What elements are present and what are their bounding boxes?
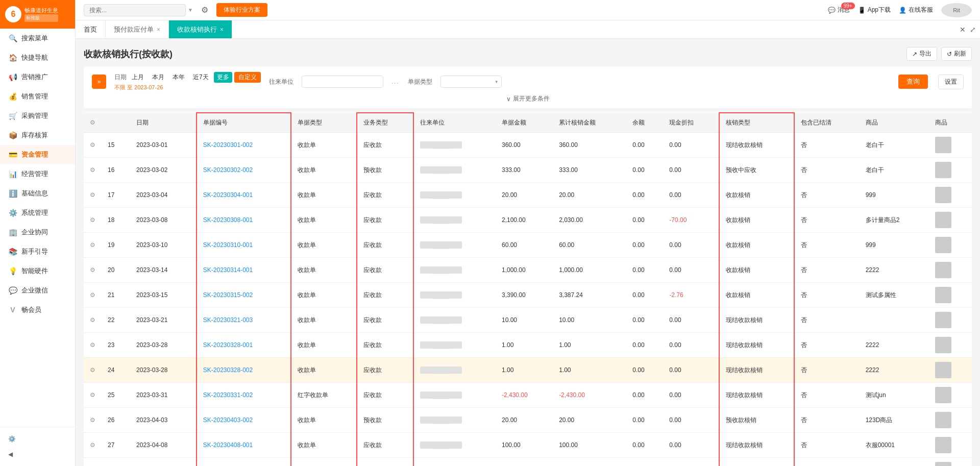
message-btn[interactable]: 💬 消息 99+: [828, 6, 850, 14]
filter-bar: » 日期 上月 本月 本年 近7天 更多 自定义 不限 至 2023-07-26…: [84, 67, 972, 108]
cell-product1: 2222: [860, 333, 929, 358]
cell-product1: 2222: [860, 358, 929, 383]
date-custom-btn[interactable]: 自定义: [234, 72, 261, 83]
solution-button[interactable]: 体验行业方案: [216, 3, 267, 17]
sidebar-item-search-menu[interactable]: 🔍 搜索菜单: [0, 29, 75, 48]
col-docamount-header[interactable]: 单据金额: [496, 113, 553, 133]
sidebar-item-quick-nav[interactable]: 🏠 快捷导航: [0, 48, 75, 67]
col-accamount-header[interactable]: 累计核销金额: [553, 113, 626, 133]
date-btn-last-month[interactable]: 上月: [129, 72, 147, 83]
doc-no-link[interactable]: SK-20230304-001: [203, 191, 253, 199]
doc-no-link[interactable]: SK-20230321-003: [203, 316, 253, 324]
sidebar-item-sales[interactable]: 💰 销售管理: [0, 87, 75, 106]
app-download-btn[interactable]: 📱 App下载: [858, 6, 891, 14]
col-cashdiscount-header[interactable]: 现金折扣: [663, 113, 719, 133]
cell-biztype: 预收款: [357, 408, 413, 433]
doc-no-link[interactable]: SK-20230328-001: [203, 341, 253, 349]
date-btn-this-month[interactable]: 本月: [149, 72, 167, 83]
sidebar-item-purchase[interactable]: 🛒 采购管理: [0, 106, 75, 126]
doc-no-link[interactable]: SK-20230315-002: [203, 291, 253, 299]
cell-settings[interactable]: ⚙: [84, 283, 102, 308]
col-doctype-header[interactable]: 单据类型: [291, 113, 357, 133]
doc-type-select[interactable]: 收款单 红字收款单: [440, 76, 502, 88]
sidebar-item-system[interactable]: ⚙️ 系统管理: [0, 203, 75, 223]
cell-settings[interactable]: ⚙: [84, 358, 102, 383]
doc-no-link[interactable]: SK-20230301-002: [203, 141, 253, 149]
cell-settings[interactable]: ⚙: [84, 308, 102, 333]
cell-settings[interactable]: ⚙: [84, 383, 102, 408]
col-partner-header[interactable]: 往来单位: [413, 113, 496, 133]
partner-input[interactable]: [302, 76, 383, 88]
tabbar-close-icon[interactable]: ✕: [960, 26, 966, 34]
sidebar-collapse-btn[interactable]: ◀: [0, 447, 75, 462]
doc-no-link[interactable]: SK-20230408-001: [203, 442, 253, 449]
cell-doctype: 收款单: [291, 408, 357, 433]
col-balance-header[interactable]: 余额: [626, 113, 663, 133]
sidebar-item-member[interactable]: V 畅会员: [0, 300, 75, 320]
tab-home[interactable]: 首页: [76, 20, 106, 38]
sidebar-item-guide[interactable]: 📚 新手引导: [0, 242, 75, 261]
tab-prepay-close[interactable]: ×: [157, 26, 160, 33]
col-date-header[interactable]: 日期: [130, 113, 197, 133]
col-biztype-header[interactable]: 业务类型: [357, 113, 413, 133]
cell-settings[interactable]: ⚙: [84, 233, 102, 258]
doc-no-link[interactable]: SK-20230328-002: [203, 366, 253, 374]
sidebar-item-hardware[interactable]: 💡 智能硬件: [0, 261, 75, 281]
doc-no-link[interactable]: SK-20230403-002: [203, 416, 253, 424]
cell-docamount: 60.00: [496, 233, 553, 258]
table-row: ⚙ 18 2023-03-08 SK-20230308-001 收款单 应收款 …: [84, 208, 972, 233]
cell-settings[interactable]: ⚙: [84, 208, 102, 233]
filter-collapse-btn[interactable]: »: [92, 75, 106, 89]
col-includesettled-header[interactable]: 包含已结清: [794, 113, 860, 133]
doc-no-link[interactable]: SK-20230314-001: [203, 266, 253, 274]
tab-receipt-verify[interactable]: 收款核销执行 ×: [169, 20, 232, 38]
sidebar-item-enterprise[interactable]: 🏢 企业协同: [0, 223, 75, 242]
query-button[interactable]: 查询: [898, 75, 928, 89]
cell-docno: SK-20230308-001: [197, 208, 291, 233]
doc-no-link[interactable]: SK-20230310-001: [203, 241, 253, 249]
sidebar-settings-btn[interactable]: ⚙️: [0, 431, 75, 447]
date-btn-7days[interactable]: 近7天: [190, 72, 212, 83]
col-settings-header[interactable]: ⚙: [84, 113, 102, 133]
cell-settings[interactable]: ⚙: [84, 408, 102, 433]
sidebar-item-wechat[interactable]: 💬 企业微信: [0, 281, 75, 300]
cell-settings[interactable]: ⚙: [84, 433, 102, 458]
export-button[interactable]: ↗ 导出: [906, 47, 937, 61]
cell-verifytype: 现结收款核销: [719, 358, 794, 383]
cell-date: 2023-03-28: [130, 333, 197, 358]
cell-product1: 999: [860, 233, 929, 258]
refresh-button[interactable]: ↺ 刷新: [941, 47, 972, 61]
tabbar-expand-icon[interactable]: ⤢: [970, 26, 976, 34]
cell-settings[interactable]: ⚙: [84, 133, 102, 158]
filter-settings-button[interactable]: 设置: [938, 75, 964, 89]
cell-cashdiscount: 0.00: [663, 433, 719, 458]
sidebar-item-basic-info[interactable]: ℹ️ 基础信息: [0, 184, 75, 203]
tab-receipt-verify-close[interactable]: ×: [220, 26, 224, 33]
filter-expand-btn[interactable]: ∨ 展开更多条件: [506, 94, 550, 103]
cell-settings[interactable]: ⚙: [84, 333, 102, 358]
cell-settings[interactable]: ⚙: [84, 158, 102, 183]
cell-settings[interactable]: ⚙: [84, 183, 102, 208]
doc-no-link[interactable]: SK-20230331-002: [203, 391, 253, 399]
sidebar-item-marketing[interactable]: 📢 营销推广: [0, 67, 75, 87]
user-avatar[interactable]: Rit: [941, 3, 972, 17]
search-input[interactable]: [84, 4, 186, 16]
col-docno-header[interactable]: 单据编号: [197, 113, 291, 133]
cell-partner: ████: [413, 158, 496, 183]
doc-no-link[interactable]: SK-20230302-002: [203, 166, 253, 174]
cell-settings[interactable]: ⚙: [84, 258, 102, 283]
sidebar-item-finance[interactable]: 💳 资金管理: [0, 145, 75, 164]
service-btn[interactable]: 👤 在线客服: [899, 6, 933, 14]
col-product2-header[interactable]: 商品: [929, 113, 972, 133]
topbar-gear-icon[interactable]: ⚙: [201, 5, 208, 15]
sidebar-item-operations[interactable]: 📊 经营管理: [0, 164, 75, 184]
col-verifytype-header[interactable]: 核销类型: [719, 113, 794, 133]
sidebar-item-inventory[interactable]: 📦 库存核算: [0, 126, 75, 145]
date-btn-this-year[interactable]: 本年: [169, 72, 188, 83]
cell-doctype: 收款单: [291, 333, 357, 358]
doc-no-link[interactable]: SK-20230308-001: [203, 216, 253, 224]
tab-prepay[interactable]: 预付款应付单 ×: [106, 20, 169, 38]
col-product1-header[interactable]: 商品: [860, 113, 929, 133]
cell-settings[interactable]: ⚙: [84, 458, 102, 467]
date-btn-more[interactable]: 更多: [214, 72, 232, 83]
